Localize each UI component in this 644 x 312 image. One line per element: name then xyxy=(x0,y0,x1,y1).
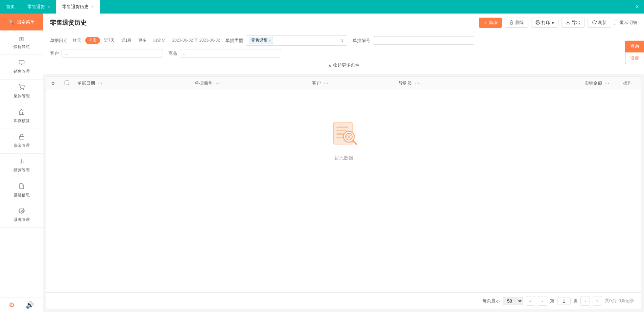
show-detail-input[interactable] xyxy=(614,21,618,25)
tab-retail-return-history-close[interactable]: × xyxy=(91,5,93,9)
th-checkbox[interactable] xyxy=(60,77,73,90)
set-button[interactable]: 设置 xyxy=(625,52,644,64)
filter-section: 零售退货历史 ＋ 新增 删除 xyxy=(43,14,644,74)
doctype-tag-close[interactable]: × xyxy=(269,39,271,43)
first-page-button[interactable]: « xyxy=(526,296,535,306)
next-page-button[interactable]: › xyxy=(580,296,590,306)
th-settings[interactable]: ⚙ xyxy=(46,77,60,90)
collapse-button[interactable]: ∧ 收起更多条件 xyxy=(328,62,359,68)
th-date[interactable]: 单据日期 ▲▼ xyxy=(73,77,191,90)
date-option-yesterday[interactable]: 昨天 xyxy=(70,37,84,44)
th-operation-label: 操作 xyxy=(623,81,632,86)
sidebar-item-sales-mgmt[interactable]: 销售管理 xyxy=(0,55,43,80)
sidebar-search[interactable]: 🔍 搜索菜单 xyxy=(0,14,43,30)
prev-page-icon: ‹ xyxy=(542,298,543,304)
th-number[interactable]: 单据编号 ▲▼ xyxy=(191,77,308,90)
doctype-select-arrow: ∨ xyxy=(341,38,344,43)
per-page-select[interactable]: 50 10 20 100 xyxy=(503,297,523,305)
refresh-button[interactable]: 刷新 xyxy=(588,18,611,28)
customer-placeholder: ... xyxy=(65,51,68,56)
sort-guide-icon: ▲▼ xyxy=(414,82,420,85)
per-page-label: 每页显示 xyxy=(482,298,500,304)
sort-amount-icon: ▲▼ xyxy=(604,82,610,85)
sidebar-item-quick-nav-label: 快捷导航 xyxy=(14,44,30,50)
content-area: ⚙ 单据日期 ▲▼ 单据编号 xyxy=(43,74,644,312)
tab-retail-return-history[interactable]: 零售退货历史 × xyxy=(56,0,100,14)
filter-date-item: 单据日期 昨天 今天 近7天 近1月 更多 自定义 2023-06-02 至 2… xyxy=(50,37,220,44)
show-detail-checkbox[interactable]: 显示明细 xyxy=(614,20,637,26)
tab-home[interactable]: 首页 xyxy=(0,0,21,14)
filter-goods-select[interactable]: ... xyxy=(180,49,281,58)
search-icon: 🔍 xyxy=(9,20,14,25)
export-label: 导出 xyxy=(572,20,580,26)
sidebar-item-purchase-mgmt[interactable]: 采购管理 xyxy=(0,80,43,104)
filter-customer-select[interactable]: ... xyxy=(62,49,163,58)
empty-state: 暂无数据 xyxy=(46,90,641,188)
sidebar-item-finance[interactable]: 资金管理 xyxy=(0,129,43,154)
tab-retail-return[interactable]: 零售退货 × xyxy=(21,0,56,14)
filter-date-label: 单据日期 xyxy=(50,38,68,44)
delete-label: 删除 xyxy=(515,20,524,26)
export-button[interactable]: 导出 xyxy=(561,18,585,28)
th-date-label: 单据日期 xyxy=(77,81,95,86)
sidebar-item-finance-label: 资金管理 xyxy=(14,143,30,149)
table-scroll-container[interactable]: ⚙ 单据日期 ▲▼ 单据编号 xyxy=(46,77,641,292)
svg-point-4 xyxy=(23,89,24,90)
collapse-label: 收起更多条件 xyxy=(333,62,359,68)
tab-retail-return-close[interactable]: × xyxy=(48,5,50,9)
query-button[interactable]: 查询 xyxy=(625,41,644,52)
th-amount[interactable]: 实销金额 ▲▼ xyxy=(497,77,614,90)
table-settings-icon[interactable]: ⚙ xyxy=(51,81,55,86)
page-input[interactable] xyxy=(557,297,571,305)
top-bar: 首页 零售退货 × 零售退货历史 × × xyxy=(0,0,644,14)
print-dropdown-icon: ▾ xyxy=(552,20,554,25)
sidebar-item-purchase-mgmt-label: 采购管理 xyxy=(14,93,30,99)
last-page-button[interactable]: » xyxy=(593,296,602,306)
add-button[interactable]: ＋ 新增 xyxy=(479,18,502,28)
filter-goods-item: 商品 ... xyxy=(168,49,281,58)
sidebar-item-system[interactable]: 系统管理 xyxy=(0,203,43,228)
sidebar-item-base-info[interactable]: 基础信息 xyxy=(0,178,43,203)
first-page-icon: « xyxy=(529,298,532,304)
tab-home-label: 首页 xyxy=(6,4,15,10)
sidebar-item-inventory[interactable]: 库存核算 xyxy=(0,104,43,129)
sidebar-item-quick-nav[interactable]: ⊞ 快捷导航 xyxy=(0,30,43,55)
inventory-icon xyxy=(19,109,25,117)
filter-docnumber-label: 单据编号 xyxy=(353,38,370,44)
delete-button[interactable]: 删除 xyxy=(505,18,528,28)
sort-customer-icon: ▲▼ xyxy=(324,82,329,85)
print-icon xyxy=(535,20,540,26)
prev-page-button[interactable]: ‹ xyxy=(538,296,547,306)
date-option-7days[interactable]: 近7天 xyxy=(101,37,117,44)
filter-goods-label: 商品 xyxy=(168,50,177,57)
print-button[interactable]: 打印 ▾ xyxy=(531,18,558,28)
date-option-custom[interactable]: 自定义 xyxy=(150,37,168,44)
sidebar-nav: ⊞ 快捷导航 销售管理 采购管理 库存核算 xyxy=(0,30,43,297)
main-content: 零售退货历史 ＋ 新增 删除 xyxy=(43,14,644,312)
svg-rect-13 xyxy=(336,127,348,128)
date-option-1month[interactable]: 近1月 xyxy=(119,37,135,44)
total-text: 共0页, 0条记录 xyxy=(605,298,634,304)
filter-customer-label: 客户 xyxy=(50,50,59,57)
date-option-today[interactable]: 今天 xyxy=(85,37,100,44)
add-label: 新增 xyxy=(489,20,498,26)
collapse-icon: ∧ xyxy=(328,63,332,68)
doctype-tag: 零售退货 × xyxy=(249,37,273,44)
filter-doctype-select[interactable]: 零售退货 × ∨ xyxy=(246,35,347,46)
window-close-button[interactable]: × xyxy=(630,0,644,14)
filter-area: 单据日期 昨天 今天 近7天 近1月 更多 自定义 2023-06-02 至 2… xyxy=(50,32,637,71)
sidebar-item-system-label: 系统管理 xyxy=(14,217,30,223)
add-icon: ＋ xyxy=(483,20,487,26)
page-label: 第 xyxy=(550,298,554,304)
side-action-buttons: 查询 设置 xyxy=(625,41,644,64)
doctype-tag-label: 零售退货 xyxy=(251,38,267,43)
date-option-more[interactable]: 更多 xyxy=(136,37,149,44)
select-all-checkbox[interactable] xyxy=(65,81,69,85)
sidebar-item-operations[interactable]: 经营管理 xyxy=(0,154,43,178)
filter-docnumber-input[interactable] xyxy=(373,36,474,45)
system-icon xyxy=(19,208,25,216)
settings-icon[interactable]: ⚙ xyxy=(9,301,15,309)
th-customer[interactable]: 客户 ▲▼ xyxy=(308,77,395,90)
volume-icon[interactable]: 🔊 xyxy=(26,301,34,309)
th-guide[interactable]: 导购员 ▲▼ xyxy=(395,77,497,90)
